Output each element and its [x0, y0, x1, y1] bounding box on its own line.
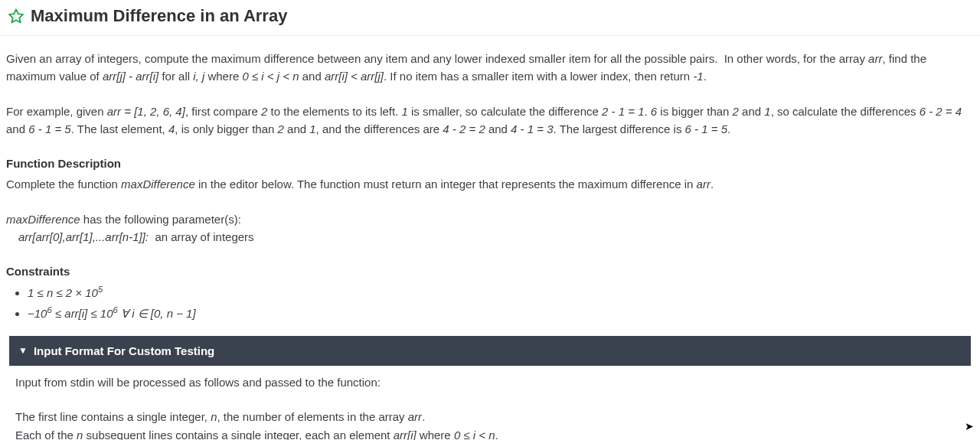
problem-content: Given an array of integers, compute the …	[0, 36, 980, 440]
function-description-text: Complete the function maxDifference in t…	[6, 175, 974, 193]
constraints-section: Constraints 1 ≤ n ≤ 2 × 105 −106 ≤ arr[i…	[6, 262, 974, 322]
constraint-item: −106 ≤ arr[i] ≤ 106 ∀ i ∈ [0, n − 1]	[28, 304, 974, 322]
input-format-toggle[interactable]: ▼ Input Format For Custom Testing	[9, 336, 971, 366]
input-format-body: Input from stdin will be processed as fo…	[6, 373, 974, 440]
constraints-heading: Constraints	[6, 262, 974, 280]
example-paragraph: For example, given arr = [1, 2, 6, 4], f…	[6, 103, 974, 139]
title-bar: Maximum Difference in an Array	[0, 0, 980, 36]
constraint-item: 1 ≤ n ≤ 2 × 105	[28, 283, 974, 301]
input-format-intro: Input from stdin will be processed as fo…	[15, 373, 965, 391]
input-format-heading: Input Format For Custom Testing	[34, 342, 214, 360]
constraints-list: 1 ≤ n ≤ 2 × 105 −106 ≤ arr[i] ≤ 106 ∀ i …	[6, 283, 974, 322]
problem-title: Maximum Difference in an Array	[31, 3, 287, 29]
svg-marker-0	[9, 9, 23, 22]
parameters-intro: maxDifference has the following paramete…	[6, 210, 974, 228]
parameters-section: maxDifference has the following paramete…	[6, 210, 974, 246]
input-format-lines: The first line contains a single integer…	[15, 408, 965, 440]
star-icon[interactable]	[8, 8, 24, 24]
caret-down-icon: ▼	[18, 344, 28, 358]
parameter-line: arr[arr[0],arr[1],...arr[n-1]]: an array…	[6, 228, 974, 246]
intro-paragraph: Given an array of integers, compute the …	[6, 50, 974, 86]
function-description-heading: Function Description	[6, 155, 974, 172]
function-description-section: Function Description Complete the functi…	[6, 155, 974, 194]
